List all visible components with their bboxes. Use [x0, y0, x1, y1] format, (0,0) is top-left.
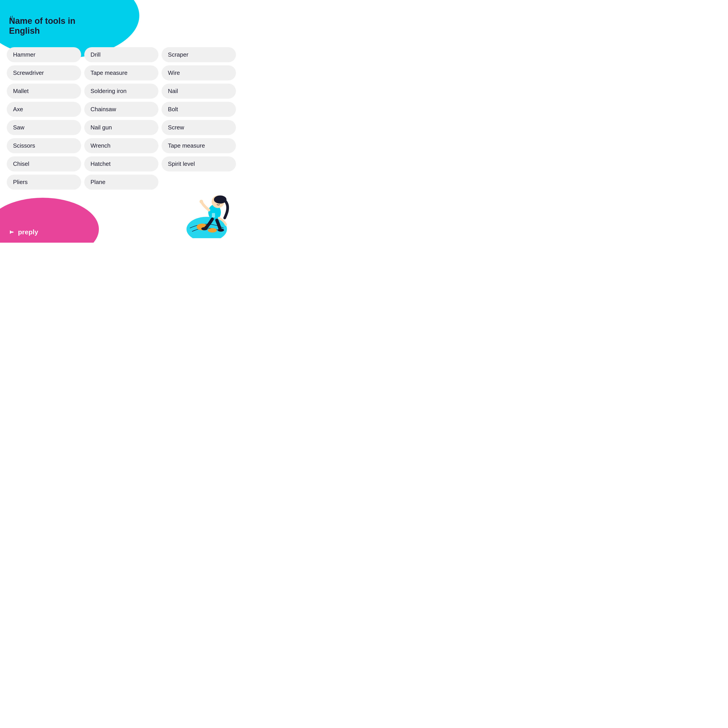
tool-scissors: Scissors	[7, 138, 81, 153]
tool-pliers: Pliers	[7, 174, 81, 190]
tool-mallet: Mallet	[7, 84, 81, 99]
svg-point-2	[208, 228, 217, 232]
tool-screwdriver: Screwdriver	[7, 66, 81, 80]
svg-rect-10	[212, 213, 215, 217]
bottom-decoration	[0, 198, 99, 243]
preply-logo: preply	[9, 228, 38, 236]
preply-logo-icon	[9, 228, 16, 236]
tool-spirit-level: Spirit level	[162, 156, 236, 171]
tool-tape-measure-1: Tape measure	[84, 66, 159, 80]
tool-nail: Nail	[162, 84, 236, 99]
tool-chisel: Chisel	[7, 156, 81, 171]
svg-point-9	[218, 228, 224, 232]
tool-chainsaw: Chainsaw	[84, 102, 159, 117]
tool-bolt: Bolt	[162, 102, 236, 117]
tool-scraper: Scraper	[162, 47, 236, 62]
tool-plane: Plane	[84, 174, 159, 190]
svg-point-6	[216, 201, 217, 202]
character-illustration	[171, 171, 238, 238]
svg-point-8	[201, 227, 208, 230]
tool-hammer: Hammer	[7, 47, 81, 62]
svg-marker-12	[12, 231, 14, 233]
tool-wrench: Wrench	[84, 138, 159, 153]
tools-grid: Hammer Drill Scraper Screwdriver Tape me…	[7, 47, 236, 190]
svg-point-7	[200, 200, 203, 203]
tool-screw: Screw	[162, 120, 236, 135]
tool-drill: Drill	[84, 47, 159, 62]
tool-saw: Saw	[7, 120, 81, 135]
tool-hatchet: Hatchet	[84, 156, 159, 171]
tool-nail-gun: Nail gun	[84, 120, 159, 135]
header: // Name of tools in English	[9, 9, 86, 36]
tool-wire: Wire	[162, 66, 236, 80]
tool-axe: Axe	[7, 102, 81, 117]
preply-brand-name: preply	[18, 228, 38, 236]
tool-soldering-iron: Soldering iron	[84, 84, 159, 99]
tool-tape-measure-2: Tape measure	[162, 138, 236, 153]
